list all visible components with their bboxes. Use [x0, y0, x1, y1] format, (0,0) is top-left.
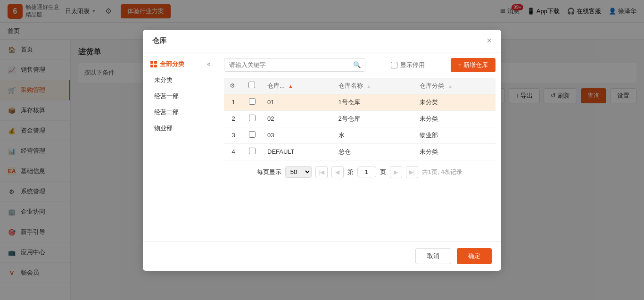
row-code: 01 — [262, 94, 333, 110]
page-number-input[interactable] — [357, 167, 376, 177]
row-name: 1号仓库 — [333, 94, 414, 110]
th-settings: ⚙ — [224, 78, 243, 94]
pagination: 每页显示 50 100 200 |◀ ◀ 第 页 ▶ ▶| 共1页, 4条记录 — [224, 160, 495, 180]
row-name: 总仓 — [333, 143, 414, 160]
row-name: 2号仓库 — [333, 110, 414, 127]
row-checkbox-cell — [243, 127, 262, 143]
table-panel: 🔍 显示停用 + 新增仓库 ⚙ 仓库... ▲ — [218, 52, 501, 241]
show-disabled-area: 显示停用 — [391, 61, 425, 69]
row-checkbox-cell — [243, 110, 262, 127]
th-name: 仓库名称 ▲ — [333, 78, 414, 94]
sort-icon-name: ▲ — [366, 83, 371, 89]
search-box: 🔍 — [224, 58, 365, 72]
th-category: 仓库分类 ▲ — [414, 78, 495, 94]
all-categories-label: 全部分类 — [160, 60, 184, 68]
th-code: 仓库... ▲ — [262, 78, 333, 94]
new-warehouse-button[interactable]: + 新增仓库 — [451, 58, 495, 72]
row-code: DEFAULT — [262, 143, 333, 160]
row-name: 水 — [333, 127, 414, 143]
warehouse-dialog: 仓库 × 全部分类 « 未分类 经营一部 经营二部 — [143, 30, 501, 271]
table-row[interactable]: 3 03 水 物业部 — [224, 127, 495, 143]
category-item-uncat[interactable]: 未分类 — [143, 72, 218, 88]
table-row[interactable]: 1 01 1号仓库 未分类 — [224, 94, 495, 110]
category-all[interactable]: 全部分类 « — [143, 56, 218, 72]
sort-icon-category: ▲ — [448, 83, 453, 89]
confirm-button[interactable]: 确定 — [457, 248, 492, 264]
dialog-title: 仓库 — [152, 36, 166, 45]
category-panel: 全部分类 « 未分类 经营一部 经营二部 物业部 — [143, 52, 218, 241]
category-item-dept2[interactable]: 经营二部 — [143, 104, 218, 120]
row-code: 03 — [262, 127, 333, 143]
row-code: 02 — [262, 110, 333, 127]
show-disabled-label: 显示停用 — [400, 61, 425, 69]
table-row[interactable]: 2 02 2号仓库 未分类 — [224, 110, 495, 127]
show-disabled-checkbox[interactable] — [391, 62, 397, 68]
row-num: 3 — [224, 127, 243, 143]
sort-icon-code: ▲ — [288, 83, 293, 89]
table-body: 1 01 1号仓库 未分类 2 02 2号仓库 未分类 — [224, 94, 495, 160]
row-category: 物业部 — [414, 127, 495, 143]
row-category: 未分类 — [414, 110, 495, 127]
per-page-label: 每页显示 — [257, 168, 281, 176]
first-page-button[interactable]: |◀ — [315, 166, 328, 178]
page-label: 第 — [347, 168, 354, 176]
category-item-dept1[interactable]: 经营一部 — [143, 88, 218, 104]
row-num: 2 — [224, 110, 243, 127]
table-row[interactable]: 4 DEFAULT 总仓 未分类 — [224, 143, 495, 160]
row-num: 4 — [224, 143, 243, 160]
th-checkbox — [243, 78, 262, 94]
cancel-button[interactable]: 取消 — [415, 248, 451, 264]
next-page-button[interactable]: ▶ — [390, 166, 402, 178]
row-checkbox-cell — [243, 94, 262, 110]
collapse-icon[interactable]: « — [207, 61, 210, 67]
search-input[interactable] — [224, 58, 349, 71]
dialog-close-button[interactable]: × — [487, 36, 492, 45]
select-all-checkbox[interactable] — [248, 82, 255, 88]
per-page-select[interactable]: 50 100 200 — [285, 166, 312, 178]
row-category: 未分类 — [414, 94, 495, 110]
dialog-header: 仓库 × — [143, 30, 501, 52]
table-toolbar: 🔍 显示停用 + 新增仓库 — [224, 58, 495, 72]
warehouse-table: ⚙ 仓库... ▲ 仓库名称 ▲ 仓库分类 ▲ 1 01 — [224, 78, 495, 160]
dialog-body: 全部分类 « 未分类 经营一部 经营二部 物业部 🔍 — [143, 52, 501, 241]
grid-icon — [150, 61, 157, 67]
category-item-property[interactable]: 物业部 — [143, 120, 218, 136]
search-button[interactable]: 🔍 — [349, 58, 365, 71]
row-category: 未分类 — [414, 143, 495, 160]
prev-page-button[interactable]: ◀ — [331, 166, 344, 178]
dialog-overlay: 仓库 × 全部分类 « 未分类 经营一部 经营二部 — [0, 0, 644, 300]
total-info: 共1页, 4条记录 — [422, 168, 463, 176]
row-num: 1 — [224, 94, 243, 110]
row-checkbox[interactable] — [249, 98, 256, 105]
dialog-footer: 取消 确定 — [143, 241, 501, 271]
row-checkbox-cell — [243, 143, 262, 160]
last-page-button[interactable]: ▶| — [406, 166, 418, 178]
row-checkbox[interactable] — [249, 131, 256, 138]
row-checkbox[interactable] — [249, 148, 256, 154]
page-unit: 页 — [380, 168, 386, 176]
table-header-row: ⚙ 仓库... ▲ 仓库名称 ▲ 仓库分类 ▲ — [224, 78, 495, 94]
row-checkbox[interactable] — [249, 115, 256, 121]
